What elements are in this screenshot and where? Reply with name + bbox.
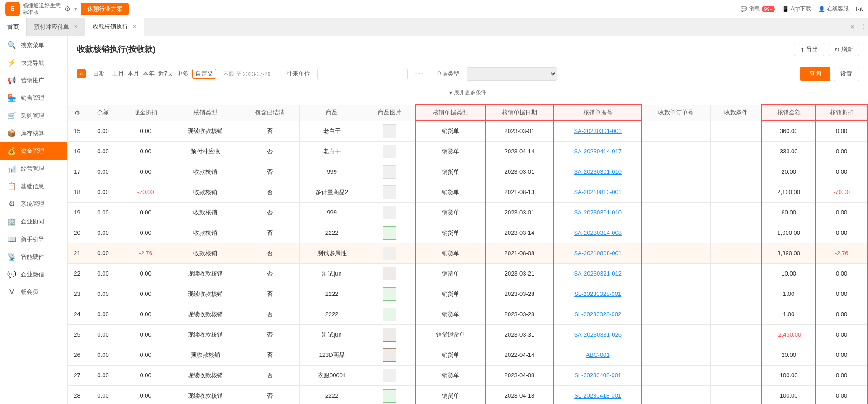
online-service-button[interactable]: 👤 在线客服	[818, 5, 849, 13]
tab-close-prepay[interactable]: ✕	[74, 24, 78, 30]
cell-receipt-order-no	[642, 263, 710, 284]
sidebar-item-sales[interactable]: 🏪 销售管理	[0, 89, 67, 107]
cell-goods: 123D商品	[300, 345, 364, 365]
cell-receipt-order-no	[642, 324, 710, 345]
table-row[interactable]: 19 0.00 0.00 收款核销 否 999 销货单 2023-03-01 S…	[68, 202, 868, 223]
search-icon: 🔍	[7, 41, 16, 49]
cell-verify-no[interactable]: SA-20230414-017	[554, 141, 641, 162]
table-row[interactable]: 25 0.00 0.00 现续收款核销 否 测试jun 销货退货单 2023-0…	[68, 324, 868, 345]
table-row[interactable]: 16 0.00 0.00 预付冲应收 否 老白干 销货单 2023-04-14 …	[68, 141, 868, 162]
message-button[interactable]: 💬 消息 99+	[741, 5, 775, 13]
custom-badge[interactable]: 自定义	[192, 69, 216, 79]
cell-row-no: 17	[68, 162, 86, 182]
col-receipt-order-no: 收款单订单号	[642, 105, 710, 121]
cell-verify-no[interactable]: SA-20230321-012	[554, 263, 641, 284]
cell-verify-discount: -70.00	[816, 182, 868, 202]
cell-verify-no[interactable]: SA-20230331-026	[554, 324, 641, 345]
cell-goods-img	[364, 284, 416, 304]
cell-verify-no[interactable]: ABC-001	[554, 345, 641, 365]
table-row[interactable]: 27 0.00 0.00 现续收款核销 否 衣服00001 销货单 2023-0…	[68, 365, 868, 385]
app-download-button[interactable]: 📱 App下载	[782, 5, 811, 13]
tab-close-verify[interactable]: ✕	[132, 24, 137, 29]
tab-verify[interactable]: 收款核销执行 ✕	[85, 18, 144, 36]
cell-verify-date: 2023-03-28	[485, 304, 554, 324]
cell-verify-no[interactable]: SL-20230328-001	[554, 284, 641, 304]
table-row[interactable]: 18 0.00 -70.00 收款核销 否 多计量商品2 销货单 2021-08…	[68, 182, 868, 202]
cell-verify-receipt-type: 销货单	[416, 182, 485, 202]
filter-toggle-button[interactable]: »	[77, 69, 86, 78]
table-row[interactable]: 23 0.00 0.00 现续收款核销 否 2222 销货单 2023-03-2…	[68, 284, 868, 304]
table-row[interactable]: 17 0.00 0.00 收款核销 否 999 销货单 2023-03-01 S…	[68, 162, 868, 182]
table-row[interactable]: 22 0.00 0.00 现续收款核销 否 测试jun 销货单 2023-03-…	[68, 263, 868, 284]
table-row[interactable]: 24 0.00 0.00 现续收款核销 否 2222 销货单 2023-03-2…	[68, 304, 868, 324]
last-month-btn[interactable]: 上月	[112, 70, 124, 78]
sidebar-item-quick-nav[interactable]: ⚡ 快捷导航	[0, 54, 67, 71]
cell-verify-no[interactable]: SA-20210813-001	[554, 182, 641, 202]
expand-conditions-btn[interactable]: ▾ 展开更多条件	[77, 85, 859, 98]
filter-settings-button[interactable]: 设置	[834, 67, 859, 81]
dots-button[interactable]: ···	[415, 70, 424, 78]
window-maximize-icon[interactable]: ⛶	[859, 24, 864, 30]
sidebar-item-marketing[interactable]: 📢 营销推广	[0, 71, 67, 89]
sidebar-item-hardware[interactable]: 📡 智能硬件	[0, 248, 67, 266]
cell-goods-img	[364, 324, 416, 345]
dropdown-arrow[interactable]: ▾	[74, 5, 77, 12]
user-profile[interactable]: Rit	[856, 6, 863, 12]
cell-verify-no[interactable]: SL-20230328-002	[554, 304, 641, 324]
cell-receipt-order-no	[642, 182, 710, 202]
sidebar-item-basic[interactable]: 📋 基础信息	[0, 177, 67, 195]
table-row[interactable]: 26 0.00 0.00 预收款核销 否 123D商品 销货单 2022-04-…	[68, 345, 868, 365]
export-button[interactable]: ⬆ 导出	[794, 43, 824, 56]
sidebar-item-purchase[interactable]: 🛒 采购管理	[0, 107, 67, 124]
cell-verify-no[interactable]: SL-20230408-001	[554, 365, 641, 385]
this-month-btn[interactable]: 本月	[127, 70, 139, 78]
solution-button[interactable]: 休憩行业方案	[81, 3, 129, 15]
more-btn[interactable]: 更多	[177, 70, 189, 78]
table-row[interactable]: 20 0.00 0.00 收款核销 否 2222 销货单 2023-03-14 …	[68, 223, 868, 243]
sidebar-item-search-menu[interactable]: 🔍 搜索菜单	[0, 36, 67, 54]
tab-home[interactable]: 首页	[0, 18, 27, 36]
sidebar-item-biz[interactable]: 📊 经营管理	[0, 160, 67, 177]
cell-verify-no[interactable]: SA-20230314-008	[554, 223, 641, 243]
table-row[interactable]: 15 0.00 0.00 现续收款核销 否 老白干 销货单 2023-03-01…	[68, 121, 868, 141]
cell-goods-img	[364, 345, 416, 365]
sidebar-item-system[interactable]: ⚙ 系统管理	[0, 195, 67, 213]
table-row[interactable]: 21 0.00 -2.76 收款核销 否 测试多属性 销货单 2021-08-0…	[68, 243, 868, 263]
cell-receipt-order-no	[642, 284, 710, 304]
tab-prepay[interactable]: 预付冲应付单 ✕	[27, 18, 85, 36]
query-button[interactable]: 查询	[800, 67, 830, 81]
cell-verify-receipt-type: 销货单	[416, 202, 485, 223]
sidebar-item-guide[interactable]: 📖 新手引导	[0, 230, 67, 248]
refresh-button[interactable]: ↻ 刷新	[829, 43, 859, 56]
window-close-icon[interactable]: ✕	[850, 24, 855, 30]
sidebar-item-vip[interactable]: V 畅会员	[0, 283, 67, 300]
table-row[interactable]: 28 0.00 0.00 现续收款核销 否 2222 销货单 2023-04-1…	[68, 385, 868, 404]
gear-button[interactable]: ⚙	[64, 5, 71, 13]
cell-verify-amount: 20.00	[762, 162, 816, 182]
data-table: ⚙ 余额 现金折扣 核销类型 包含已结清 商品 商品图片 核销单据类型 核销单据…	[68, 104, 868, 404]
cell-cash-discount: 0.00	[120, 223, 171, 243]
this-year-btn[interactable]: 本年	[143, 70, 155, 78]
from-unit-input[interactable]	[317, 68, 408, 80]
cell-balance: 0.00	[86, 385, 120, 404]
cell-verify-no[interactable]: SL-20230418-001	[554, 385, 641, 404]
sidebar-item-wechat[interactable]: 💬 企业微信	[0, 266, 67, 283]
cell-verify-no[interactable]: SA-20210808-001	[554, 243, 641, 263]
sidebar-item-fund[interactable]: 💰 资金管理	[0, 142, 67, 160]
cell-include-settled: 否	[240, 365, 299, 385]
cell-verify-no[interactable]: SA-20230301-010	[554, 202, 641, 223]
cell-goods-img	[364, 202, 416, 223]
cell-verify-no[interactable]: SA-20230301-010	[554, 162, 641, 182]
table-wrapper[interactable]: ⚙ 余额 现金折扣 核销类型 包含已结清 商品 商品图片 核销单据类型 核销单据…	[68, 104, 868, 404]
cell-cash-discount: 0.00	[120, 365, 171, 385]
cell-verify-no[interactable]: SA-20230301-001	[554, 121, 641, 141]
last7-btn[interactable]: 近7天	[158, 70, 173, 78]
cell-goods-img	[364, 263, 416, 284]
sidebar-item-stock[interactable]: 📦 库存核算	[0, 124, 67, 142]
col-settings[interactable]: ⚙	[68, 105, 86, 121]
cell-goods: 衣服00001	[300, 365, 364, 385]
cell-include-settled: 否	[240, 345, 299, 365]
receipt-type-select[interactable]	[467, 67, 557, 81]
cell-receipt-condition	[710, 304, 762, 324]
sidebar-item-enterprise[interactable]: 🏢 企业协同	[0, 213, 67, 230]
